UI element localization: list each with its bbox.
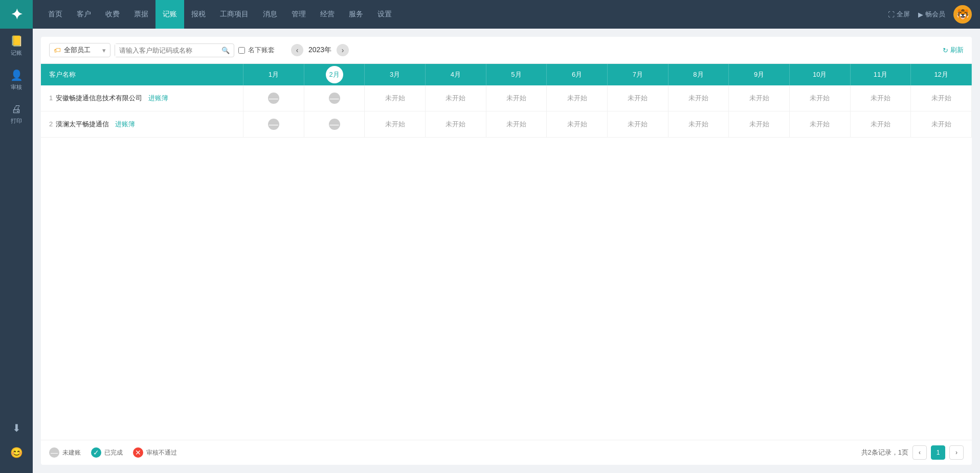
download-icon: ⬇ bbox=[12, 422, 21, 434]
cell-month-0-7: 未开始 bbox=[668, 85, 729, 111]
sidebar-item-ledger[interactable]: 📒 记账 bbox=[0, 29, 33, 63]
my-accounts-checkbox-label[interactable]: 名下账套 bbox=[238, 46, 275, 55]
status-dot-0-1: — bbox=[329, 93, 340, 104]
nav-invoice[interactable]: 票据 bbox=[127, 0, 155, 29]
avatar[interactable]: 🐯 bbox=[953, 5, 972, 24]
not-started-1-5: 未开始 bbox=[567, 120, 587, 128]
table-row: 1安徽畅捷通信息技术有限公司进账簿——未开始未开始未开始未开始未开始未开始未开始… bbox=[41, 85, 972, 111]
search-button[interactable]: 🔍 bbox=[217, 44, 234, 57]
not-started-0-2: 未开始 bbox=[385, 94, 405, 102]
col-header-feb: 2月 bbox=[304, 64, 365, 85]
table-wrapper: 客户名称 1月 2月 3月 4月 5月 6月 7月 8月 9月 bbox=[41, 64, 972, 440]
nav-service[interactable]: 服务 bbox=[342, 0, 370, 29]
search-input[interactable] bbox=[115, 44, 217, 57]
year-label: 2023年 bbox=[308, 46, 331, 55]
nav-right: ⛶ 全屏 ▶ 畅会员 🐯 bbox=[888, 5, 972, 24]
fullscreen-button[interactable]: ⛶ 全屏 bbox=[888, 10, 910, 19]
refresh-label: 刷新 bbox=[950, 46, 964, 55]
my-accounts-label: 名下账套 bbox=[248, 46, 275, 55]
table-row: 2漠澜太平畅捷通信进账簿——未开始未开始未开始未开始未开始未开始未开始未开始未开… bbox=[41, 111, 972, 138]
member-button[interactable]: ▶ 畅会员 bbox=[918, 10, 945, 19]
cell-month-1-6: 未开始 bbox=[607, 111, 668, 138]
cell-month-1-1: — bbox=[304, 111, 365, 138]
cell-month-1-2: 未开始 bbox=[365, 111, 426, 138]
not-started-0-9: 未开始 bbox=[810, 94, 830, 102]
legend-label-completed: 已完成 bbox=[104, 448, 123, 457]
col-header-nov: 11月 bbox=[850, 64, 911, 85]
status-dot-1-1: — bbox=[329, 119, 340, 130]
prev-page-button[interactable]: ‹ bbox=[912, 445, 927, 460]
logo[interactable]: ✦ bbox=[0, 0, 33, 29]
pagination: 共2条记录，1页 ‹ 1 › bbox=[861, 445, 964, 460]
table-body: 1安徽畅捷通信息技术有限公司进账簿——未开始未开始未开始未开始未开始未开始未开始… bbox=[41, 85, 972, 138]
cell-name-1: 2漠澜太平畅捷通信进账簿 bbox=[41, 111, 243, 138]
not-started-0-11: 未开始 bbox=[931, 94, 951, 102]
cell-month-0-8: 未开始 bbox=[729, 85, 790, 111]
sidebar-item-support[interactable]: 😊 bbox=[0, 440, 33, 465]
cell-month-0-2: 未开始 bbox=[365, 85, 426, 111]
enter-ledger-link-0[interactable]: 进账簿 bbox=[148, 94, 168, 102]
not-started-1-6: 未开始 bbox=[628, 120, 648, 128]
status-dot-1-0: — bbox=[268, 119, 279, 130]
legend-completed: ✓ 已完成 bbox=[91, 447, 123, 458]
cell-month-0-0: — bbox=[243, 85, 304, 111]
total-text: 共2条记录，1页 bbox=[861, 448, 908, 457]
row-name-0: 安徽畅捷通信息技术有限公司 bbox=[56, 94, 142, 102]
nav-fee[interactable]: 收费 bbox=[98, 0, 127, 29]
nav-business[interactable]: 工商项目 bbox=[213, 0, 256, 29]
page-1-button[interactable]: 1 bbox=[931, 445, 945, 460]
cell-month-0-6: 未开始 bbox=[607, 85, 668, 111]
fullscreen-icon: ⛶ bbox=[888, 11, 895, 18]
legend-dot-red: ✕ bbox=[133, 447, 143, 458]
cell-month-0-4: 未开始 bbox=[486, 85, 547, 111]
legend-label-rejected: 审核不通过 bbox=[146, 448, 177, 457]
nav-manage[interactable]: 管理 bbox=[284, 0, 313, 29]
sidebar-item-download[interactable]: ⬇ bbox=[0, 416, 33, 440]
refresh-icon: ↻ bbox=[943, 47, 948, 54]
toolbar: 🏷 全部员工 ▾ 🔍 名下账套 ‹ 2023年 › ↻ 刷新 bbox=[41, 37, 972, 64]
not-started-1-9: 未开始 bbox=[810, 120, 830, 128]
sidebar-item-audit[interactable]: 👤 审核 bbox=[0, 63, 33, 97]
audit-icon: 👤 bbox=[10, 69, 23, 81]
row-index-0: 1 bbox=[49, 94, 53, 102]
legend-not-built: — 未建账 bbox=[49, 447, 81, 458]
nav-operation[interactable]: 经营 bbox=[313, 0, 342, 29]
cell-month-1-0: — bbox=[243, 111, 304, 138]
print-icon: 🖨 bbox=[11, 103, 21, 115]
cell-month-0-3: 未开始 bbox=[426, 85, 486, 111]
legend-label-not-built: 未建账 bbox=[62, 448, 81, 457]
col-header-may: 5月 bbox=[486, 64, 547, 85]
next-year-button[interactable]: › bbox=[337, 44, 349, 56]
legend-dot-gray: — bbox=[49, 447, 59, 458]
content-area: 🏷 全部员工 ▾ 🔍 名下账套 ‹ 2023年 › ↻ 刷新 bbox=[41, 37, 972, 465]
footer: — 未建账 ✓ 已完成 ✕ 审核不通过 共2条记录，1页 ‹ 1 › bbox=[41, 440, 972, 465]
legend-dot-teal: ✓ bbox=[91, 447, 101, 458]
nav-customer[interactable]: 客户 bbox=[70, 0, 98, 29]
nav-message[interactable]: 消息 bbox=[256, 0, 284, 29]
nav-tax[interactable]: 报税 bbox=[184, 0, 213, 29]
cell-month-0-1: — bbox=[304, 85, 365, 111]
cell-month-1-4: 未开始 bbox=[486, 111, 547, 138]
nav-settings[interactable]: 设置 bbox=[370, 0, 399, 29]
cell-month-1-8: 未开始 bbox=[729, 111, 790, 138]
col-header-name: 客户名称 bbox=[41, 64, 243, 85]
nav-ledger[interactable]: 记账 bbox=[155, 0, 184, 29]
cell-month-0-10: 未开始 bbox=[850, 85, 911, 111]
my-accounts-checkbox[interactable] bbox=[238, 47, 245, 54]
nav-home[interactable]: 首页 bbox=[41, 0, 70, 29]
sidebar-item-ledger-label: 记账 bbox=[11, 49, 22, 57]
status-dot-0-0: — bbox=[268, 93, 279, 104]
avatar-icon: 🐯 bbox=[956, 8, 969, 20]
not-started-0-6: 未开始 bbox=[628, 94, 648, 102]
refresh-button[interactable]: ↻ 刷新 bbox=[943, 46, 964, 55]
enter-ledger-link-1[interactable]: 进账簿 bbox=[115, 120, 135, 128]
prev-year-button[interactable]: ‹ bbox=[291, 44, 303, 56]
member-label: 畅会员 bbox=[925, 10, 945, 19]
year-nav: ‹ 2023年 › bbox=[291, 44, 349, 56]
not-started-0-8: 未开始 bbox=[749, 94, 769, 102]
employee-select[interactable]: 🏷 全部员工 ▾ bbox=[49, 43, 110, 57]
next-page-button[interactable]: › bbox=[949, 445, 964, 460]
employee-label: 全部员工 bbox=[64, 46, 91, 55]
row-name-1: 漠澜太平畅捷通信 bbox=[56, 120, 109, 128]
sidebar-item-print[interactable]: 🖨 打印 bbox=[0, 97, 33, 131]
